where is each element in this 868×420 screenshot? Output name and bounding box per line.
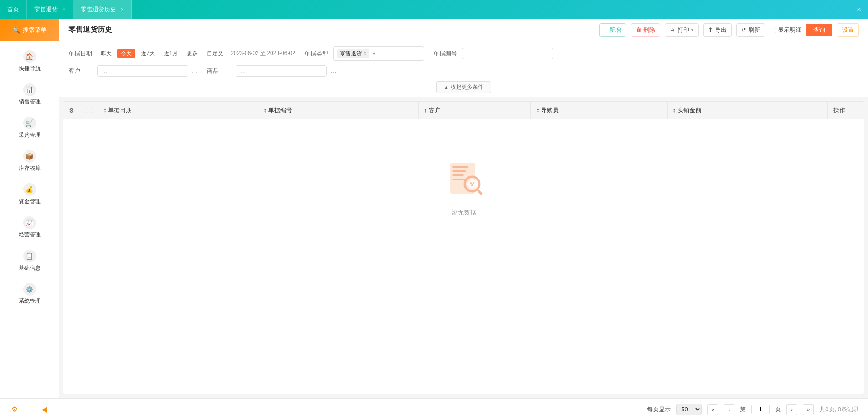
tab-retail-return-close[interactable]: × (62, 6, 66, 13)
page-size-select[interactable]: 50 20 100 (676, 404, 702, 415)
purchase-icon: 🛒 (23, 117, 36, 129)
col-action: 操作 (827, 102, 864, 119)
date-quick-buttons: 昨天 今天 近7天 近1月 更多 自定义 (97, 49, 227, 58)
col-checkbox[interactable] (80, 102, 98, 119)
tab-retail-return-history-close[interactable]: × (121, 6, 124, 13)
sidebar-item-purchase[interactable]: 🛒 采购管理 (0, 111, 59, 144)
window-close-button[interactable]: × (850, 0, 868, 19)
svg-rect-4 (452, 179, 465, 180)
col-doc-number[interactable]: ↕ 单据编号 (258, 102, 418, 119)
tab-retail-return-history[interactable]: 零售退货历史 × (73, 0, 132, 19)
empty-state: 暂无数据 (63, 119, 864, 253)
sidebar-item-basic-info[interactable]: 📋 基础信息 (0, 244, 59, 277)
content-area: 零售退货历史 + 新增 🗑 删除 🖨 打印 ▾ ⬆ 导出 ↺ 刷新 (59, 19, 868, 420)
show-detail-checkbox[interactable] (770, 27, 776, 33)
add-button[interactable]: + 新增 (599, 23, 626, 37)
export-label: 导出 (715, 26, 727, 34)
doc-number-label: 单据编号 (433, 50, 458, 58)
refresh-button[interactable]: ↺ 刷新 (736, 23, 765, 37)
date-filter: 单据日期 昨天 今天 近7天 近1月 更多 自定义 2023-06-02 至 2… (68, 49, 295, 58)
basic-info-icon: 📋 (23, 250, 36, 262)
sidebar-item-inventory[interactable]: 📦 库存核算 (0, 144, 59, 178)
main-layout: 🔍 搜索菜单 🏠 快捷导航 📊 销售管理 🛒 采购管理 📦 库存核算 💰 (0, 19, 868, 420)
sidebar-collapse-button[interactable]: ◀ (37, 402, 51, 417)
search-icon: 🔍 (13, 27, 20, 34)
next-page-button[interactable]: › (786, 404, 797, 415)
more-btn[interactable]: 更多 (183, 49, 201, 58)
col-settings[interactable]: ⚙ (63, 102, 80, 119)
collapse-button[interactable]: ▲ 收起更多条件 (436, 81, 492, 93)
goods-input[interactable] (236, 65, 327, 77)
sidebar-bottom: ⚙ ◀ (0, 398, 59, 420)
svg-rect-3 (452, 174, 464, 176)
setting-button[interactable]: 设置 (837, 23, 859, 37)
sidebar-search[interactable]: 🔍 搜索菜单 (0, 19, 59, 41)
show-detail-label: 显示明细 (778, 26, 801, 34)
query-button[interactable]: 查询 (806, 24, 832, 36)
col-doc-date[interactable]: ↕ 单据日期 (98, 102, 258, 119)
tab-retail-return-history-label: 零售退货历史 (81, 5, 116, 14)
goods-more-icon[interactable]: ... (330, 67, 336, 75)
last-page-button[interactable]: » (803, 404, 814, 415)
custom-btn[interactable]: 自定义 (203, 49, 227, 58)
sidebar-settings-button[interactable]: ⚙ (7, 402, 22, 417)
select-all-checkbox[interactable] (86, 107, 92, 113)
sidebar-item-system[interactable]: ⚙️ 系统管理 (0, 277, 59, 311)
export-button[interactable]: ⬆ 导出 (703, 23, 732, 37)
col-customer[interactable]: ↕ 客户 (418, 102, 531, 119)
sidebar-item-inventory-label: 库存核算 (19, 164, 41, 172)
page-header: 零售退货历史 + 新增 🗑 删除 🖨 打印 ▾ ⬆ 导出 ↺ 刷新 (59, 19, 868, 41)
doc-type-filter: 单据类型 零售退货 × ▾ (304, 46, 424, 61)
prev-page-button[interactable]: ‹ (724, 404, 734, 415)
sidebar-item-finance-label: 资金管理 (19, 198, 41, 205)
empty-text: 暂无数据 (451, 209, 477, 217)
table-header-row: ⚙ ↕ 单据日期 ↕ 单据编号 ↕ 客户 (63, 102, 864, 119)
sidebar-item-quick-nav[interactable]: 🏠 快捷导航 (0, 45, 59, 78)
table-body: 暂无数据 (63, 119, 864, 254)
date-range-value: 2023-06-02 至 2023-06-02 (231, 50, 295, 57)
tab-home[interactable]: 首页 (0, 0, 27, 19)
last1month-btn[interactable]: 近1月 (160, 49, 182, 58)
top-bar: 首页 零售退货 × 零售退货历史 × × (0, 0, 868, 19)
page-size-label: 每页显示 (647, 405, 671, 414)
collapse-label: 收起更多条件 (451, 83, 483, 91)
system-icon: ⚙️ (23, 283, 36, 296)
total-info: 共0页, 0条记录 (819, 405, 859, 414)
doc-type-tag-close[interactable]: × (364, 51, 366, 56)
doc-number-filter: 单据编号 (433, 48, 553, 59)
doc-type-label: 单据类型 (304, 50, 329, 58)
today-btn[interactable]: 今天 (117, 49, 135, 58)
yesterday-btn[interactable]: 昨天 (97, 49, 115, 58)
operation-icon: 📈 (23, 216, 36, 229)
customer-label: 客户 (68, 67, 93, 75)
page-number-input[interactable] (751, 405, 770, 414)
sidebar-item-quick-nav-label: 快捷导航 (19, 65, 41, 72)
sidebar-item-system-label: 系统管理 (19, 297, 41, 305)
sidebar-item-finance[interactable]: 💰 资金管理 (0, 178, 59, 211)
doc-type-select[interactable]: 零售退货 × ▾ (333, 46, 424, 61)
first-page-button[interactable]: « (707, 404, 718, 415)
sidebar-item-sales[interactable]: 📊 销售管理 (0, 78, 59, 111)
goods-filter: 商品 ... (207, 65, 336, 77)
sidebar-item-basic-info-label: 基础信息 (19, 264, 41, 272)
tab-retail-return[interactable]: 零售退货 × (27, 0, 73, 19)
svg-point-6 (467, 179, 477, 189)
doc-type-dropdown-icon: ▾ (373, 51, 375, 56)
sidebar-item-operation[interactable]: 📈 经营管理 (0, 211, 59, 244)
col-guide-label: ↕ 导购员 (536, 107, 559, 113)
date-filter-label: 单据日期 (68, 50, 93, 58)
col-actual-amount[interactable]: ↕ 实销金额 (667, 102, 827, 119)
collapse-up-icon: ▲ (444, 84, 449, 91)
delete-button[interactable]: 🗑 删除 (631, 23, 660, 37)
col-actual-amount-label: ↕ 实销金额 (673, 107, 701, 113)
customer-more-icon[interactable]: ... (192, 67, 198, 75)
show-detail-toggle[interactable]: 显示明细 (770, 26, 801, 34)
toolbar: + 新增 🗑 删除 🖨 打印 ▾ ⬆ 导出 ↺ 刷新 显示明细 (599, 23, 859, 37)
col-guide[interactable]: ↕ 导购员 (531, 102, 667, 119)
customer-input[interactable] (97, 65, 188, 77)
empty-state-row: 暂无数据 (63, 119, 864, 254)
doc-number-input[interactable] (462, 48, 553, 59)
last7days-btn[interactable]: 近7天 (137, 49, 159, 58)
print-button[interactable]: 🖨 打印 ▾ (665, 23, 699, 37)
svg-point-9 (473, 182, 474, 184)
